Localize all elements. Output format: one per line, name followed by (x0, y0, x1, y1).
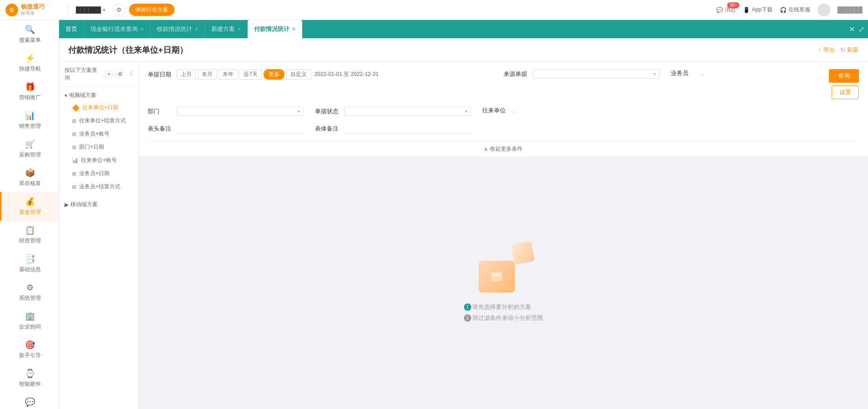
system-icon: ⚙ (26, 283, 34, 293)
user-avatar[interactable] (818, 4, 830, 16)
filter-row-2: 部门 ▾ 单据状态 ▾ (148, 106, 859, 116)
sidebar-item-inventory[interactable]: 📦 库存核算 (0, 163, 59, 192)
scheme-group-mobile-title[interactable]: ▶ 移动端方案 (59, 199, 138, 210)
body-note-input[interactable] (344, 123, 471, 134)
filter-item-dept: 部门 ▾ (148, 106, 304, 116)
date-btn-more[interactable]: 更多 (264, 69, 284, 80)
enterprise-icon: 🏢 (25, 311, 35, 321)
sidebar-label-operation: 经营管理 (19, 237, 41, 245)
sidebar-item-purchase[interactable]: 🛒 采购管理 (0, 135, 59, 163)
tab-bank-flow-close[interactable]: × (140, 26, 144, 32)
sidebar-label-quick-nav: 快捷导航 (19, 65, 41, 73)
filter-actions: 查询 设置 (829, 69, 859, 99)
svg-rect-2 (494, 273, 499, 275)
basic-icon: 📑 (25, 254, 35, 264)
top-settings-button[interactable]: ⚙ (113, 4, 125, 16)
tab-home-label: 首页 (65, 25, 77, 33)
tab-new-plan-label: 新建方案 (211, 25, 235, 33)
message-button[interactable]: 💬 消息 99+ (716, 6, 736, 14)
date-btn-this-month[interactable]: 本月 (198, 69, 217, 80)
sidebar-item-guide[interactable]: 🎯 新手引导 (0, 335, 59, 364)
sidebar-item-system[interactable]: ⚙ 系统管理 (0, 278, 59, 307)
logo-area: 6 畅捷通巧 标准版 (5, 3, 65, 17)
scheme-item-staff-account[interactable]: ▦ 业务员+账号 (59, 127, 138, 141)
sidebar-label-guide: 新手引导 (19, 352, 41, 359)
dept-select-arrow: ▾ (298, 109, 300, 114)
company-selector[interactable]: ██████ ▾ (72, 6, 109, 13)
settings-small-button[interactable]: 设置 (832, 86, 859, 99)
date-buttons: 上月 本月 本年 近7天 更多 自定义 2022-01-01 至 2022-12… (177, 69, 379, 80)
sidebar-item-search[interactable]: 🔍 搜索菜单 (0, 20, 59, 49)
sidebar-item-quick-nav[interactable]: ⚡ 快捷导航 (0, 49, 59, 77)
tab-payment-stats-close[interactable]: × (292, 26, 295, 32)
empty-tip-2: 用过滤条件来缩小分析范围 (464, 313, 543, 323)
date-btn-7days[interactable]: 近7天 (239, 69, 262, 80)
purchase-icon: 🛒 (25, 139, 35, 149)
tab-home[interactable]: 首页 (59, 20, 84, 38)
app-subtitle: 标准版 (21, 10, 45, 16)
tab-new-plan-close[interactable]: × (238, 26, 241, 32)
scheme-item-staff-date[interactable]: ▦ 业务员+日期 (59, 167, 138, 180)
sidebar-item-capital[interactable]: 💰 资金管理 (0, 192, 59, 221)
sidebar-item-marketing[interactable]: 🎁 营销推广 (0, 77, 59, 106)
tab-new-plan[interactable]: 新建方案 × (205, 20, 248, 38)
filter-area: 单据日期 上月 本月 本年 近7天 更多 自定义 2022-01-01 至 20… (139, 62, 868, 157)
query-button[interactable]: 查询 (829, 69, 859, 83)
date-btn-custom[interactable]: 自定义 (286, 69, 311, 80)
scheme-group-mobile: ▶ 移动端方案 (59, 196, 138, 213)
head-note-label: 表头备注 (148, 125, 173, 133)
sidebar-item-hardware[interactable]: ⌚ 智能硬件 (0, 364, 59, 393)
download-icon: 📱 (743, 7, 750, 13)
app-download-button[interactable]: 📱 App下载 (743, 6, 772, 14)
source-select[interactable]: ▾ (533, 69, 660, 79)
empty-paper (511, 241, 534, 264)
export-icon: ↑ (818, 46, 822, 53)
tab-income-stats-close[interactable]: × (195, 26, 198, 32)
sidebar-item-basic[interactable]: 📑 基础信息 (0, 249, 59, 278)
filter-row-1: 单据日期 上月 本月 本年 近7天 更多 自定义 2022-01-01 至 20… (148, 62, 859, 99)
date-btn-this-year[interactable]: 本年 (219, 69, 238, 80)
scheme-item-staff-settlement[interactable]: ▦ 业务员+结算方式 (59, 180, 138, 193)
tab-payment-stats[interactable]: 付款情况统计 × (248, 20, 302, 38)
filter-item-head-note: 表头备注 (148, 123, 304, 134)
main-layout: 🔍 搜索菜单 ⚡ 快捷导航 🎁 营销推广 📊 销售管理 🛒 采购管理 📦 库存核… (0, 20, 868, 409)
service-icon: 🎧 (780, 7, 787, 13)
dept-select[interactable]: ▾ (177, 106, 304, 116)
refresh-button[interactable]: ↻ 刷新 (840, 46, 859, 54)
scheme-item-staff-date-label: 业务员+日期 (79, 170, 110, 177)
scheme-item-partner-date[interactable]: 🔶 往来单位+日期 (59, 101, 138, 114)
tab-close-all-button[interactable]: ✕ (849, 25, 855, 34)
trial-button[interactable]: 体验行业方案 (129, 4, 175, 16)
scheme-add-button[interactable]: + (105, 70, 114, 79)
tab-bank-flow-label: 现金银行流水查询 (90, 25, 138, 33)
tab-bar-right: ✕ ⤢ (849, 20, 868, 38)
status-select[interactable]: ▾ (344, 106, 471, 116)
scheme-item-partner-settlement[interactable]: ▦ 往来单位+结算方式 (59, 114, 138, 127)
sidebar-item-enterprise[interactable]: 🏢 企业协同 (0, 307, 59, 335)
filter-item-source: 来源单据 ▾ (504, 69, 660, 79)
sidebar-item-sales[interactable]: 📊 销售管理 (0, 106, 59, 135)
sidebar-label-basic: 基础信息 (19, 266, 41, 273)
tab-bank-flow[interactable]: 现金银行流水查询 × (84, 20, 150, 38)
status-label: 单据状态 (315, 107, 340, 116)
scheme-item-staff-date-icon: ▦ (72, 171, 76, 177)
online-service-button[interactable]: 🎧 在线客服 (780, 6, 810, 14)
sidebar-item-operation[interactable]: 📋 经营管理 (0, 221, 59, 249)
head-note-input[interactable] (177, 123, 304, 134)
scheme-group-desktop-title[interactable]: ▾ 电脑端方案 (59, 90, 138, 101)
date-btn-last-month[interactable]: 上月 (177, 69, 196, 80)
scheme-item-dept-date[interactable]: ▦ 部门+日期 (59, 141, 138, 154)
tab-payment-stats-label: 付款情况统计 (254, 25, 289, 33)
logo-icon: 6 (5, 4, 18, 16)
collapse-bar[interactable]: ∧ 收起更多条件 (148, 141, 859, 157)
empty-text-list: 请先选择要分析的方案 用过滤条件来缩小分析范围 (464, 302, 543, 323)
scheme-item-partner-account[interactable]: 📊 往来单位+账号 (59, 154, 138, 167)
tab-expand-button[interactable]: ⤢ (858, 25, 864, 34)
capital-icon: 💰 (25, 197, 35, 207)
export-button[interactable]: ↑ 导出 (818, 46, 835, 54)
tab-income-stats[interactable]: 收款情况统计 × (150, 20, 205, 38)
scheme-collapse-button[interactable]: 《 (126, 70, 133, 78)
sidebar-item-wechat[interactable]: 💬 企业微信 (0, 393, 59, 409)
scheme-settings-button[interactable]: ⚙ (115, 70, 125, 79)
filter-item-partner: 往来单位 ... (482, 106, 516, 115)
